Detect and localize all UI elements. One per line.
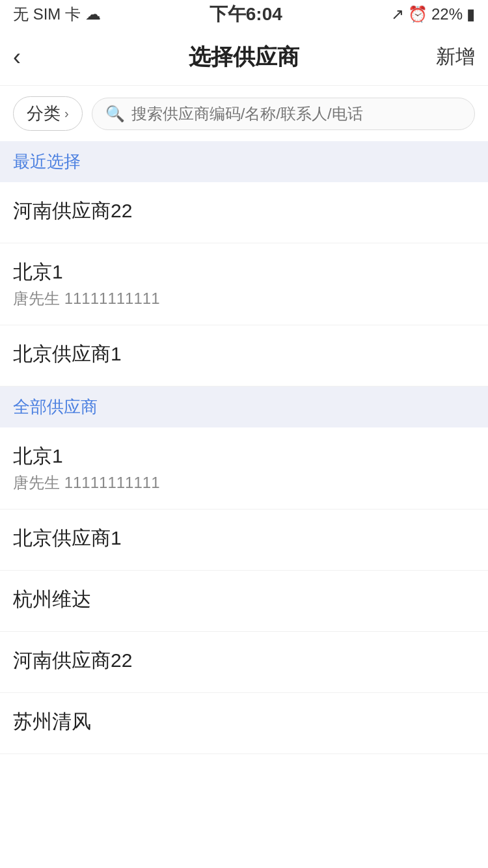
filter-bar: 分类 › 🔍: [0, 86, 488, 141]
list-item[interactable]: 河南供应商22: [0, 182, 488, 243]
item-name: 河南供应商22: [13, 647, 475, 674]
item-name: 北京1: [13, 259, 475, 286]
nav-bar: ‹ 选择供应商 新增: [0, 29, 488, 86]
list-item[interactable]: 北京供应商1: [0, 509, 488, 571]
list-item[interactable]: 杭州维达: [0, 571, 488, 632]
recent-items-list: 河南供应商22北京1唐先生 11111111111北京供应商1: [0, 182, 488, 387]
status-left: 无 SIM 卡 ☁: [13, 4, 101, 25]
recent-section-label: 最近选择: [13, 152, 81, 171]
status-bar: 无 SIM 卡 ☁ 下午6:04 ↗ ⏰ 22% ▮: [0, 0, 488, 29]
all-section-label: 全部供应商: [13, 397, 98, 416]
recent-section-header: 最近选择: [0, 141, 488, 182]
location-icon: ↗: [391, 5, 404, 23]
item-name: 河南供应商22: [13, 198, 475, 224]
category-label: 分类: [27, 102, 61, 125]
search-input[interactable]: [131, 105, 461, 123]
item-name: 北京供应商1: [13, 341, 475, 368]
all-section-header: 全部供应商: [0, 387, 488, 427]
category-button[interactable]: 分类 ›: [13, 96, 83, 131]
status-time: 下午6:04: [210, 2, 282, 27]
battery-icon: ▮: [467, 5, 475, 23]
list-item[interactable]: 北京1唐先生 11111111111: [0, 243, 488, 325]
list-item[interactable]: 河南供应商22: [0, 632, 488, 693]
list-item[interactable]: 苏州清风: [0, 693, 488, 754]
no-sim-text: 无 SIM 卡 ☁: [13, 4, 101, 25]
list-item[interactable]: 北京1唐先生 11111111111: [0, 427, 488, 509]
item-sub: 唐先生 11111111111: [13, 472, 475, 493]
item-name: 杭州维达: [13, 586, 475, 613]
battery-text: 22%: [431, 5, 463, 23]
alarm-icon: ⏰: [408, 5, 427, 23]
all-items-list: 北京1唐先生 11111111111北京供应商1杭州维达河南供应商22苏州清风: [0, 427, 488, 754]
category-arrow-icon: ›: [64, 106, 69, 121]
item-name: 北京1: [13, 443, 475, 470]
page-title: 选择供应商: [189, 42, 299, 72]
add-button[interactable]: 新增: [436, 44, 475, 70]
item-sub: 唐先生 11111111111: [13, 288, 475, 309]
item-name: 北京供应商1: [13, 525, 475, 552]
search-icon: 🔍: [105, 105, 125, 123]
list-item[interactable]: 北京供应商1: [0, 325, 488, 387]
item-name: 苏州清风: [13, 709, 475, 735]
search-box[interactable]: 🔍: [92, 98, 475, 130]
status-right: ↗ ⏰ 22% ▮: [391, 5, 475, 23]
back-button[interactable]: ‹: [13, 44, 52, 71]
